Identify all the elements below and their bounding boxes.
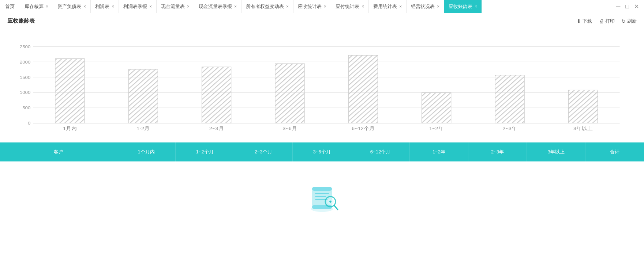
tab-item-cashflow-quarter[interactable]: 现金流量表季报× <box>194 0 242 13</box>
svg-text:500: 500 <box>22 106 30 110</box>
svg-rect-32 <box>495 75 524 123</box>
svg-rect-24 <box>202 67 231 123</box>
table-header-cell-5: 6~12个月 <box>351 142 410 161</box>
refresh-label: 刷新 <box>627 18 637 24</box>
svg-text:2500: 2500 <box>20 45 31 49</box>
tab-close-icon[interactable]: × <box>234 4 237 9</box>
tab-close-icon[interactable]: × <box>362 4 364 9</box>
svg-rect-30 <box>422 92 451 123</box>
svg-text:1月内: 1月内 <box>63 126 77 131</box>
tab-bar: 首页 库存核算×资产负债表×利润表×利润表季报×现金流量表×现金流量表季报×所有… <box>0 0 644 13</box>
main-content: 050010001500200025001月内1-2月2~3月3~6月6~12个… <box>0 29 644 263</box>
table-header-cell-1: 1个月内 <box>117 142 176 161</box>
table-header-cell-3: 2~3个月 <box>234 142 293 161</box>
svg-text:0: 0 <box>28 121 30 126</box>
svg-rect-28 <box>348 55 378 123</box>
tab-item-payable-stat[interactable]: 应付统计表× <box>331 0 369 13</box>
download-label: 下载 <box>583 18 592 24</box>
tab-label: 经营状况表 <box>411 3 435 10</box>
tab-close-icon[interactable]: × <box>324 4 326 9</box>
tab-label: 费用统计表 <box>373 3 397 10</box>
minimize-button[interactable]: ─ <box>615 3 622 11</box>
tab-close-icon[interactable]: × <box>475 4 477 9</box>
svg-text:1000: 1000 <box>20 90 31 95</box>
header-actions: ⬇ 下载 🖨 打印 ↻ 刷新 <box>577 18 637 24</box>
svg-rect-34 <box>568 90 598 123</box>
tab-label: 现金流量表季报 <box>199 3 232 10</box>
tab-close-icon[interactable]: × <box>286 4 289 9</box>
print-label: 打印 <box>605 18 615 24</box>
tab-item-profit-quarter[interactable]: 利润表季报× <box>119 0 157 13</box>
refresh-icon: ↻ <box>621 18 626 24</box>
tab-item-balance[interactable]: 资产负债表× <box>53 0 91 13</box>
svg-text:1-2月: 1-2月 <box>136 126 150 131</box>
svg-line-46 <box>334 205 338 210</box>
refresh-button[interactable]: ↻ 刷新 <box>621 18 637 24</box>
table-header-cell-8: 3年以上 <box>527 142 585 161</box>
empty-state <box>0 161 644 220</box>
tab-item-receivable-stat[interactable]: 应收统计表× <box>293 0 331 13</box>
tab-label: 应收账龄表 <box>449 3 472 10</box>
maximize-button[interactable]: □ <box>624 3 630 11</box>
table-header-cell-4: 3~6个月 <box>293 142 351 161</box>
svg-text:2~3年: 2~3年 <box>502 126 517 131</box>
table-header-cell-9: 合计 <box>585 142 644 161</box>
print-button[interactable]: 🖨 打印 <box>599 18 615 24</box>
svg-text:3年以上: 3年以上 <box>573 126 593 131</box>
table-header-cell-2: 1~2个月 <box>176 142 234 161</box>
table-header-cell-0: 客户 <box>0 142 117 161</box>
svg-rect-20 <box>55 59 85 123</box>
tab-item-expense-stat[interactable]: 费用统计表× <box>369 0 407 13</box>
tab-close-icon[interactable]: × <box>46 4 48 9</box>
tab-label: 现金流量表 <box>161 3 185 10</box>
tab-home-label: 首页 <box>5 3 15 10</box>
page-header: 应收账龄表 ⬇ 下载 🖨 打印 ↻ 刷新 <box>0 13 644 29</box>
svg-text:1~2年: 1~2年 <box>429 126 444 131</box>
svg-text:6~12个月: 6~12个月 <box>352 126 374 131</box>
download-icon: ⬇ <box>577 18 581 24</box>
table-header-cell-6: 1~2年 <box>410 142 468 161</box>
tab-item-inventory[interactable]: 库存核算× <box>20 0 53 13</box>
print-icon: 🖨 <box>599 18 604 24</box>
svg-text:2~3月: 2~3月 <box>209 126 224 131</box>
tab-item-cashflow[interactable]: 现金流量表× <box>157 0 194 13</box>
tab-label: 应收统计表 <box>298 3 322 10</box>
svg-rect-39 <box>312 187 332 191</box>
svg-rect-40 <box>312 205 332 209</box>
svg-rect-22 <box>128 69 158 123</box>
chart-container: 050010001500200025001月内1-2月2~3月3~6月6~12个… <box>11 37 633 139</box>
svg-rect-42 <box>315 196 326 197</box>
svg-rect-26 <box>275 64 304 123</box>
tab-item-equity[interactable]: 所有者权益变动表× <box>242 0 293 13</box>
svg-text:1500: 1500 <box>20 75 31 80</box>
page-title: 应收账龄表 <box>7 18 35 24</box>
tab-item-operation[interactable]: 经营状况表× <box>407 0 444 13</box>
tab-close-icon[interactable]: × <box>149 4 152 9</box>
tab-close-icon[interactable]: × <box>399 4 402 9</box>
chart-area: 050010001500200025001月内1-2月2~3月3~6月6~12个… <box>0 29 644 142</box>
empty-illustration <box>302 176 342 216</box>
download-button[interactable]: ⬇ 下载 <box>577 18 592 24</box>
tab-close-icon[interactable]: × <box>187 4 190 9</box>
tab-close-icon[interactable]: × <box>437 4 439 9</box>
tab-label: 所有者权益变动表 <box>246 3 284 10</box>
tab-label: 利润表 <box>95 3 109 10</box>
tab-label: 库存核算 <box>25 3 44 10</box>
tab-item-profit[interactable]: 利润表× <box>91 0 119 13</box>
svg-text:3~6月: 3~6月 <box>282 126 297 131</box>
tab-label: 应付统计表 <box>336 3 359 10</box>
close-window-button[interactable]: ✕ <box>633 2 640 11</box>
tab-bar-actions: ─ □ ✕ <box>611 2 644 11</box>
svg-text:2000: 2000 <box>20 60 31 64</box>
tab-close-icon[interactable]: × <box>83 4 86 9</box>
table-header-cell-7: 2~3年 <box>468 142 527 161</box>
tab-close-icon[interactable]: × <box>112 4 114 9</box>
table-header: 客户1个月内1~2个月2~3个月3~6个月6~12个月1~2年2~3年3年以上合… <box>0 142 644 161</box>
bar-chart: 050010001500200025001月内1-2月2~3月3~6月6~12个… <box>11 37 633 139</box>
tab-label: 资产负债表 <box>57 3 81 10</box>
tab-label: 利润表季报 <box>123 3 147 10</box>
tab-home[interactable]: 首页 <box>0 0 20 13</box>
tab-item-aging[interactable]: 应收账龄表× <box>444 0 482 13</box>
svg-rect-41 <box>315 193 329 194</box>
